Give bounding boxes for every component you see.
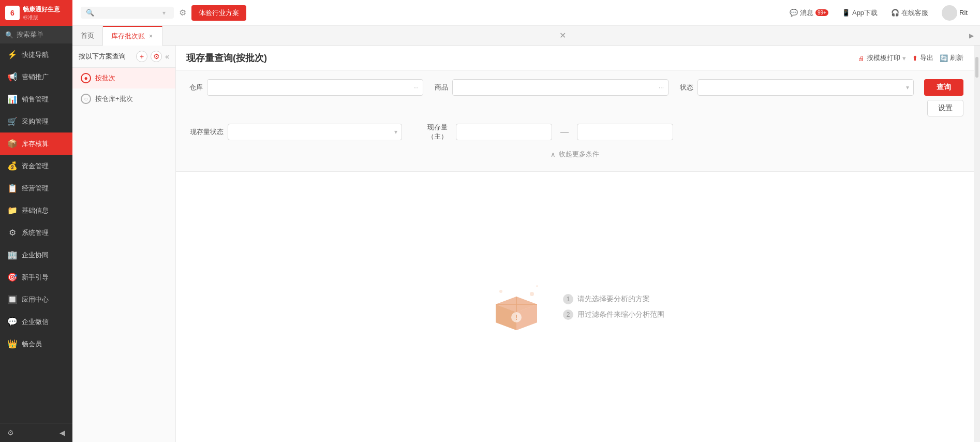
export-btn[interactable]: ⬆ 导出 — [912, 53, 933, 63]
settings-filter-btn[interactable]: 设置 — [927, 100, 963, 116]
settings-footer-btn[interactable]: ⚙ — [7, 429, 14, 437]
sidebar-item-member[interactable]: 👑 畅会员 — [0, 333, 72, 355]
collapse-icon: ∧ — [551, 151, 556, 158]
messages-btn[interactable]: 💬 消息 99+ — [785, 6, 833, 20]
topbar-dropdown-icon[interactable]: ▾ — [162, 9, 166, 17]
filter-buttons: 查询 设置 — [922, 79, 963, 116]
trial-btn[interactable]: 体验行业方案 — [191, 5, 246, 21]
avatar — [942, 5, 957, 21]
topbar-search-area[interactable]: 🔍 ▾ — [81, 7, 174, 19]
sidebar-item-label: 企业微信 — [22, 317, 49, 327]
warehouse-filter-input[interactable]: ··· — [207, 79, 423, 96]
print-label: 按模板打印 — [867, 53, 900, 63]
quantity-max[interactable] — [582, 128, 669, 136]
scheme-item-warehouse-batch[interactable]: ○ 按仓库+批次 — [72, 89, 175, 109]
collapse-sidebar-btn[interactable]: ◀ — [60, 429, 65, 437]
inv-status-select[interactable]: ▾ — [228, 124, 402, 140]
sidebar-footer: ⚙ ◀ — [0, 423, 72, 442]
hint-num-2: 2 — [563, 310, 573, 320]
messages-badge: 99+ — [815, 9, 828, 16]
product-more-icon[interactable]: ··· — [659, 84, 664, 91]
tab-home-label: 首页 — [81, 31, 94, 40]
hint-2: 2 用过滤条件来缩小分析范围 — [563, 310, 664, 320]
tab-inventory-batch[interactable]: 库存批次账 × — [103, 26, 162, 46]
page-title-bar: 现存量查询(按批次) 🖨 按模板打印 ▾ ⬆ 导出 🔄 刷新 — [176, 46, 974, 71]
user-area[interactable]: Rit — [938, 3, 972, 23]
sidebar: 6 畅康通好生意 标准版 🔍 搜索菜单 ⚡ 快捷导航 📢 营销推广 📊 销售管理… — [0, 0, 72, 442]
refresh-btn[interactable]: 🔄 刷新 — [940, 53, 963, 63]
sidebar-item-shortcuts[interactable]: ⚡ 快捷导航 — [0, 43, 72, 66]
tab-panel-expand-btn[interactable]: ▶ — [963, 32, 980, 39]
sidebar-item-marketing[interactable]: 📢 营销推广 — [0, 66, 72, 88]
app-download-btn[interactable]: 📱 App下载 — [838, 6, 882, 20]
quantity-max-input[interactable] — [577, 124, 673, 140]
sidebar-item-enterprise[interactable]: 🏢 企业协同 — [0, 244, 72, 266]
headset-icon: 🎧 — [891, 9, 899, 17]
tab-close-btn[interactable]: × — [148, 33, 154, 40]
empty-state-illustration: ! — [485, 276, 547, 338]
search-menu[interactable]: 🔍 搜索菜单 — [0, 26, 72, 43]
export-icon: ⬆ — [912, 54, 918, 62]
page-title-actions: 🖨 按模板打印 ▾ ⬆ 导出 🔄 刷新 — [858, 53, 963, 63]
scheme-item-label-2: 按仓库+批次 — [95, 94, 133, 104]
query-btn[interactable]: 查询 — [924, 79, 963, 96]
right-scrollbar[interactable] — [974, 46, 980, 442]
warehouse-filter-label: 仓库 — [186, 83, 207, 92]
settings-scheme-btn[interactable]: ⚙ — [151, 51, 162, 62]
tab-home[interactable]: 首页 — [72, 26, 103, 46]
sidebar-item-operations[interactable]: 📋 经营管理 — [0, 177, 72, 199]
collapse-filters-btn[interactable]: ∧ 收起更多条件 — [546, 145, 603, 163]
sidebar-item-basics[interactable]: 📁 基础信息 — [0, 199, 72, 222]
enterprise-icon: 🏢 — [7, 250, 18, 260]
product-filter-input[interactable]: ··· — [452, 79, 669, 96]
sidebar-item-label: 库存核算 — [22, 139, 49, 149]
tab-panel-close-btn[interactable]: ✕ — [553, 31, 572, 40]
operations-icon: 📋 — [7, 183, 18, 193]
topbar-gear-icon[interactable]: ⚙ — [179, 8, 186, 18]
product-filter-label: 商品 — [432, 83, 452, 92]
app-download-icon: 📱 — [842, 9, 850, 17]
collapse-scheme-btn[interactable]: « — [165, 52, 169, 61]
inv-status-label: 现存量状态 — [186, 127, 228, 137]
quantity-label: 现存量（主） — [410, 123, 452, 141]
print-icon: 🖨 — [858, 54, 865, 62]
quantity-dash: — — [556, 127, 573, 137]
sidebar-item-purchase[interactable]: 🛒 采购管理 — [0, 110, 72, 132]
sidebar-item-system[interactable]: ⚙ 系统管理 — [0, 222, 72, 244]
export-label: 导出 — [920, 53, 933, 63]
scrollbar-thumb[interactable] — [975, 57, 978, 78]
print-btn[interactable]: 🖨 按模板打印 ▾ — [858, 53, 906, 63]
topbar: 🔍 ▾ ⚙ 体验行业方案 💬 消息 99+ 📱 App下载 🎧 在线客服 Rit — [72, 0, 980, 26]
status-filter-select[interactable]: ▾ — [697, 79, 914, 96]
online-service-btn[interactable]: 🎧 在线客服 — [887, 6, 932, 20]
add-scheme-btn[interactable]: + — [136, 51, 147, 62]
messages-icon: 💬 — [790, 9, 798, 17]
print-dropdown-icon[interactable]: ▾ — [902, 54, 906, 62]
scheme-item-icon-2: ○ — [81, 94, 91, 104]
product-input[interactable] — [457, 84, 659, 92]
sidebar-item-inventory[interactable]: 📦 库存核算 — [0, 132, 72, 155]
sidebar-item-sales[interactable]: 📊 销售管理 — [0, 88, 72, 110]
apps-icon: 🔲 — [7, 294, 18, 304]
sidebar-item-label: 采购管理 — [22, 117, 49, 126]
sidebar-item-label: 系统管理 — [22, 228, 49, 238]
sidebar-item-finance[interactable]: 💰 资金管理 — [0, 155, 72, 177]
sidebar-item-apps[interactable]: 🔲 应用中心 — [0, 288, 72, 311]
wechat-icon: 💬 — [7, 317, 18, 327]
sidebar-item-wechat[interactable]: 💬 企业微信 — [0, 311, 72, 333]
svg-point-8 — [530, 292, 534, 296]
scheme-item-label-1: 按批次 — [95, 73, 115, 83]
tab-active-label: 库存批次账 — [111, 32, 145, 41]
sidebar-item-guide[interactable]: 🎯 新手引导 — [0, 266, 72, 288]
finance-icon: 💰 — [7, 161, 18, 171]
topbar-search-input[interactable] — [97, 9, 159, 17]
sidebar-item-label: 销售管理 — [22, 95, 49, 104]
hint-text-2: 用过滤条件来缩小分析范围 — [577, 310, 664, 319]
quantity-min[interactable] — [461, 128, 547, 136]
status-filter-label: 状态 — [677, 83, 697, 92]
warehouse-more-icon[interactable]: ··· — [413, 84, 419, 91]
scheme-item-batch[interactable]: ● 按批次 — [72, 68, 175, 89]
sidebar-item-label: 基础信息 — [22, 206, 49, 215]
quantity-min-input[interactable] — [456, 124, 552, 140]
warehouse-input[interactable] — [212, 84, 413, 92]
